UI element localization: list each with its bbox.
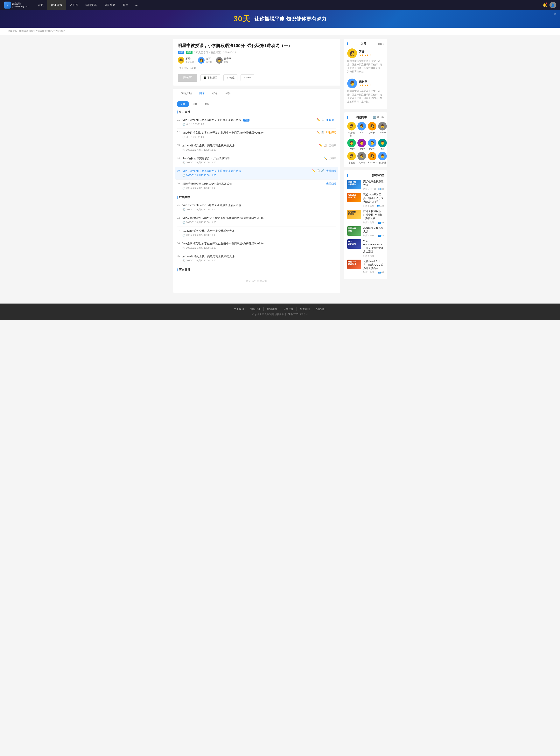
student-avatar[interactable]: 👨 xyxy=(357,122,366,131)
teachers-pagination[interactable]: 1/10 › xyxy=(378,43,384,45)
student-name: 化学教书... xyxy=(347,131,356,137)
student-avatar[interactable]: 👩 xyxy=(368,122,377,131)
logo[interactable]: 云 云朵课堂yunduoketang.com xyxy=(4,2,28,8)
lesson-time: 🕙 2020/02/27 周三 10:00-11:00 xyxy=(182,148,318,152)
footer-link-about[interactable]: 关于我们 xyxy=(231,307,247,311)
footer: 关于我们 加盟代理 网站地图 合作伙伴 免责声明 招资纳士 Copyright©… xyxy=(0,303,560,320)
edit-icon[interactable]: ✏️ xyxy=(312,169,315,172)
lesson-title[interactable]: Vue全家桶实战 从零独立开发企业级小米电商系统(免费升级Vue3.0) xyxy=(182,242,336,245)
tab-intro[interactable]: 课程介绍 xyxy=(177,89,196,98)
lesson-status-replay[interactable]: 查看回放 xyxy=(324,169,336,173)
rec-course-5[interactable]: VueElement Vue Element+Node.js开发企业通用管理后台… xyxy=(347,239,384,257)
logo-text: 云朵课堂yunduoketang.com xyxy=(12,2,28,8)
lesson-info: Vue全家桶实战 从零独立开发企业级小米电商系统(免费升级Vue3.0) 🕙 今… xyxy=(182,131,315,139)
link-icon[interactable]: 🔗 xyxy=(321,169,324,172)
banner-highlight: 30天 xyxy=(234,14,250,24)
resource-badge: 资料 xyxy=(243,119,249,121)
copy-icon[interactable]: 📋 xyxy=(321,131,324,134)
lesson-title[interactable]: 从Java后端到全栈，高级电商全栈系统大课 xyxy=(182,229,336,233)
edit-icon[interactable]: ✏️ xyxy=(317,131,320,134)
course-list: 今日直播 01 Vue Element+Node.js开发企业通用管理后台系统 … xyxy=(173,107,340,293)
footer-link-recruit[interactable]: 招资纳士 xyxy=(313,307,329,311)
student-avatar-charles[interactable]: 👨 xyxy=(378,122,387,131)
user-avatar[interactable]: 👤 xyxy=(549,2,556,8)
lesson-title[interactable]: 从Java后端到全栈，高级电商全栈系统大课 xyxy=(182,144,318,147)
edit-icon[interactable]: ✏️ xyxy=(317,118,320,121)
progress-section: 0% 已学习0课时 xyxy=(178,66,336,71)
sidebar: 名师 1/10 › 👩 罗静 ★★★★☆ 国内某重点大学安全工程专业硕士，国家一… xyxy=(344,39,387,296)
student-avatar[interactable]: 👨 xyxy=(378,152,387,160)
lesson-item-active: 05 Vue Element+Node.js开发企业通用管理后台系统 🕙 202… xyxy=(175,167,338,180)
lesson-title-active[interactable]: Vue Element+Node.js开发企业通用管理后台系统 xyxy=(182,169,311,173)
lesson-num: 01 xyxy=(177,118,182,121)
lesson-time: 🕙 今日 10:00-11:00 xyxy=(182,123,316,126)
lesson-title[interactable]: 跟随千万级项目从0到100全过程高效成长 xyxy=(182,182,324,186)
rec-students-6: 👥 46 xyxy=(378,271,384,274)
tab-comment[interactable]: 评论 xyxy=(208,89,221,98)
rec-course-1[interactable]: 高级电商全栈系统 高级电商全栈系统大课 讲师：张小锋 👥 34 xyxy=(347,180,384,191)
copy-icon[interactable]: 📋 xyxy=(317,169,320,172)
student-item: 👨 Bill xyxy=(378,139,387,150)
subtab-offline[interactable]: 面授 xyxy=(201,101,213,107)
lesson-title[interactable]: Vue全家桶实战 从零独立开发企业级小米电商系统(免费升级Vue3.0) xyxy=(182,216,336,220)
nav-home[interactable]: 首页 xyxy=(35,0,47,10)
rec-students-4: 👥 40 xyxy=(378,234,384,237)
tab-qa[interactable]: 问答 xyxy=(221,89,234,98)
student-avatar[interactable]: 👩 xyxy=(347,122,356,131)
lesson-status-soon[interactable]: 即将开始 xyxy=(324,131,336,134)
rec-course-6[interactable]: 玩转Java精通JUC 玩转Java开发工具，精通JUC，成为开发多面手 讲师：… xyxy=(347,260,384,274)
nav-discover[interactable]: 发现课程 xyxy=(47,0,66,10)
favorite-button[interactable]: ☆ 收藏 xyxy=(223,75,237,81)
logo-icon: 云 xyxy=(4,2,11,8)
student-avatar[interactable]: 👨 xyxy=(357,139,366,147)
rec-course-3[interactable]: 前端全栈加强版 前端全栈加强版！前端全栈+全周期+多维应用 讲师：岳田 👥 56 xyxy=(347,210,384,224)
lesson-status-replay[interactable]: 查看回放 xyxy=(324,182,336,185)
subtab-rec[interactable]: 录播 xyxy=(189,101,201,107)
notification-dot xyxy=(546,2,547,4)
share-button[interactable]: ↗ 分享 xyxy=(241,75,254,81)
lesson-status[interactable]: 直播中 xyxy=(324,118,336,122)
lesson-title[interactable]: Vue Element+Node.js开发企业通用管理后台系统 资料 xyxy=(182,118,316,122)
edit-icon[interactable]: ✏️ xyxy=(323,157,327,160)
student-name-charles: Charles xyxy=(379,131,386,134)
sidebar-teacher-name-1[interactable]: 罗静 xyxy=(359,50,372,54)
edit-icon[interactable]: ✏️ xyxy=(319,144,322,147)
lesson-title[interactable]: Java项目面试实操 提升大厂面试成功率 xyxy=(182,157,322,160)
copy-icon[interactable]: 📋 xyxy=(323,144,327,147)
rec-course-4[interactable]: 高级电商全栈 高级电商全栈系统大课 讲师：冷峰 👥 40 xyxy=(347,226,384,237)
nav-quiz[interactable]: 题库 xyxy=(119,0,132,10)
student-avatar[interactable]: 👩 xyxy=(347,152,356,160)
rec-teacher-2: 讲师：王峰 xyxy=(363,204,374,207)
footer-link-sitemap[interactable]: 网站地图 xyxy=(264,307,280,311)
footer-link-agent[interactable]: 加盟代理 xyxy=(247,307,264,311)
footer-link-disclaimer[interactable]: 免责声明 xyxy=(297,307,313,311)
subtab-live[interactable]: 直播 xyxy=(177,101,189,107)
nav-qa[interactable]: 问答社区 xyxy=(100,0,119,10)
notification-bell[interactable]: 🔔 xyxy=(542,3,547,7)
mobile-watch-button[interactable]: 📱 手机观看 xyxy=(200,75,220,81)
lesson-time: 🕙 2020/02/26 周四 10:00-11:00 xyxy=(182,174,311,177)
sidebar-teacher-name-2[interactable]: 宋利坚 xyxy=(359,80,372,84)
student-avatar[interactable]: 👨 xyxy=(378,139,387,147)
footer-link-partner[interactable]: 合作伙伴 xyxy=(280,307,297,311)
student-avatar[interactable]: 👨 xyxy=(368,139,377,147)
lesson-title[interactable]: 从Java后端到全栈，高级电商全栈系统大课 xyxy=(182,255,336,258)
breadcrumb-link-1[interactable]: 发现课程 xyxy=(8,30,17,33)
copy-icon[interactable]: 📋 xyxy=(321,118,324,121)
bought-button[interactable]: 已购买 xyxy=(178,74,197,82)
breadcrumb-link-2[interactable]: 新媒体营销系列 xyxy=(19,30,35,33)
lesson-num: 04 xyxy=(177,157,182,159)
student-avatar[interactable]: 👨 xyxy=(357,152,366,160)
rec-course-2[interactable]: 玩转Java开发工具 玩转Java开发工具，精通JUC，成为开发多面手 讲师：王… xyxy=(347,193,384,207)
nav-open[interactable]: 公开课 xyxy=(66,0,82,10)
nav-news[interactable]: 新闻资讯 xyxy=(82,0,100,10)
nav-more[interactable]: ··· xyxy=(132,0,141,10)
banner-close[interactable]: × xyxy=(554,12,556,17)
student-avatar[interactable]: 👩 xyxy=(347,139,356,147)
student-avatar[interactable]: 👩 xyxy=(368,152,377,160)
lesson-num: 06 xyxy=(177,182,182,185)
lesson-title[interactable]: Vue全家桶实战 从零独立开发企业级小米电商系统(免费升级Vue3.0) xyxy=(182,131,315,135)
refresh-button[interactable]: 🔄 换一换 xyxy=(373,116,384,119)
lesson-title[interactable]: Vue Element+Node.js开发企业通用管理后台系统 xyxy=(182,203,336,207)
tab-catalog[interactable]: 目录 xyxy=(196,89,208,98)
